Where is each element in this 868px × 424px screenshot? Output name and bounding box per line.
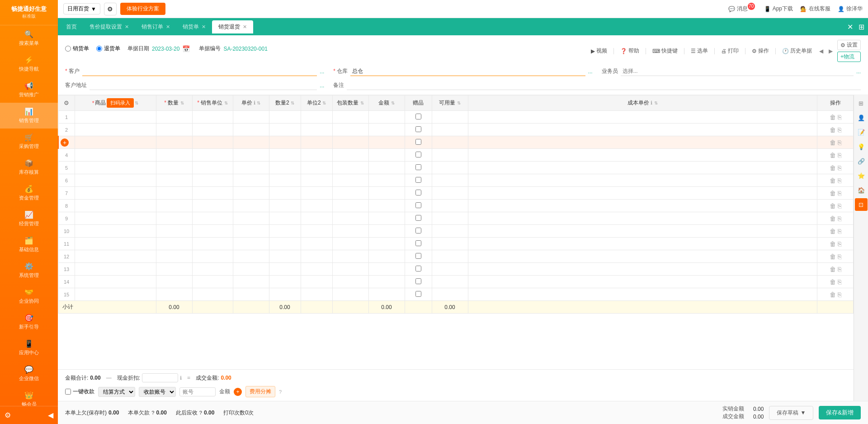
product-cell[interactable] <box>75 111 156 124</box>
gift-cell[interactable] <box>405 124 432 136</box>
qty-cell[interactable] <box>156 111 192 124</box>
address-select-btn[interactable]: ... <box>320 82 324 89</box>
gift-checkbox[interactable] <box>415 291 421 297</box>
qty-cell-active[interactable] <box>156 136 192 149</box>
rs-btn-4[interactable]: 💡 <box>855 140 868 153</box>
sidebar-settings-btn[interactable]: ⚙ <box>5 411 11 419</box>
delete-row-btn[interactable]: 🗑 <box>830 266 836 273</box>
tab-close-icon[interactable]: ✕ <box>125 24 129 30</box>
qty2-cell[interactable] <box>269 111 301 124</box>
sort-icon[interactable]: ⇅ <box>391 100 395 105</box>
warehouse-select-btn[interactable]: ... <box>588 68 593 75</box>
rs-btn-5[interactable]: 🔗 <box>855 155 868 167</box>
next-btn[interactable]: ▶ <box>828 47 834 55</box>
gift-checkbox[interactable] <box>415 177 421 183</box>
price-info-icon[interactable]: ℹ <box>254 100 255 105</box>
message-btn[interactable]: 💬 消息 70 <box>728 5 757 13</box>
tab-sales-invoice[interactable]: 销货单 ✕ <box>176 20 212 33</box>
copy-row-btn[interactable]: ⎘ <box>838 215 841 222</box>
delete-row-btn[interactable]: 🗑 <box>830 190 836 197</box>
scan-button[interactable]: 扫码录入 <box>107 98 134 108</box>
delete-row-btn[interactable]: 🗑 <box>830 240 836 248</box>
sidebar-item-apps[interactable]: 📱 应用中心 <box>0 335 58 361</box>
gift-checkbox[interactable] <box>415 139 421 145</box>
sidebar-item-marketing[interactable]: 📢 营销推广 <box>0 77 58 103</box>
nav-selector[interactable]: 日用百货 ▼ <box>63 3 100 14</box>
copy-row-btn[interactable]: ⎘ <box>838 152 841 159</box>
radio-input-return[interactable] <box>96 46 102 52</box>
prev-btn[interactable]: ◀ <box>818 47 824 55</box>
copy-row-btn[interactable]: ⎘ <box>838 126 841 133</box>
expense-split-btn[interactable]: 费用分摊 <box>245 386 275 397</box>
gift-checkbox[interactable] <box>415 253 421 259</box>
copy-row-btn[interactable]: ⎘ <box>838 228 841 235</box>
account-number-input[interactable] <box>179 387 216 396</box>
copy-row-btn[interactable]: ⎘ <box>838 139 841 146</box>
rs-btn-1[interactable]: ⊞ <box>855 97 868 110</box>
delete-row-btn[interactable]: 🗑 <box>830 215 836 222</box>
online-support-btn[interactable]: 💁 在线客服 <box>800 5 830 13</box>
notes-input[interactable] <box>347 81 861 90</box>
delete-row-btn[interactable]: 🗑 <box>830 253 836 260</box>
discount-info-icon[interactable]: ℹ <box>180 375 182 381</box>
logistics-btn[interactable]: +物流 <box>837 52 861 62</box>
settings-btn[interactable]: ⚙ 设置 <box>837 40 861 50</box>
sidebar-item-system[interactable]: ⚙️ 系统管理 <box>0 257 58 283</box>
user-menu-btn[interactable]: 👤 徐泽华 <box>838 5 863 13</box>
table-settings-icon[interactable]: ⚙ <box>64 100 69 106</box>
sort-icon[interactable]: ⇅ <box>257 100 260 105</box>
sidebar-item-newbie[interactable]: 🎯 新手引导 <box>0 309 58 335</box>
customer-select-btn[interactable]: ... <box>320 68 324 75</box>
available-cell[interactable] <box>432 111 468 124</box>
rs-btn-6[interactable]: ⭐ <box>855 169 868 182</box>
product-input[interactable] <box>77 139 154 146</box>
cost-cell-active[interactable] <box>468 136 817 149</box>
gift-checkbox[interactable] <box>415 240 421 246</box>
unit2-cell[interactable] <box>301 111 332 124</box>
rs-btn-7[interactable]: 🏠 <box>855 184 868 196</box>
sidebar-item-inventory[interactable]: 📦 库存核算 <box>0 154 58 180</box>
unit-cell[interactable] <box>192 124 233 136</box>
unit2-cell[interactable] <box>301 124 332 136</box>
tab-close-icon[interactable]: ✕ <box>166 24 170 30</box>
copy-row-btn[interactable]: ⎘ <box>838 291 841 298</box>
copy-row-btn[interactable]: ⎘ <box>838 190 841 197</box>
tab-menu-icon[interactable]: ⊞ <box>857 22 866 32</box>
onepay-input[interactable] <box>65 389 71 395</box>
tab-close-icon[interactable]: ✕ <box>202 24 206 30</box>
sort-icon[interactable]: ⇅ <box>322 100 326 105</box>
amount-cell-active[interactable] <box>368 136 405 149</box>
copy-row-btn[interactable]: ⎘ <box>838 177 841 184</box>
radio-sales-invoice[interactable]: 销货单 <box>65 45 89 52</box>
tab-sales-return[interactable]: 销货退货 ✕ <box>212 20 253 33</box>
sidebar-item-sales[interactable]: 📊 销售管理 <box>0 103 58 129</box>
save-draft-button[interactable]: 保存草稿 ▼ <box>769 406 813 420</box>
delete-row-btn[interactable]: 🗑 <box>830 152 836 159</box>
gift-checkbox[interactable] <box>415 228 421 233</box>
staff-select-btn[interactable]: ... <box>856 68 861 75</box>
receivable-info-icon[interactable]: ? <box>199 410 202 415</box>
qty-cell[interactable] <box>156 124 192 136</box>
gift-cell[interactable] <box>405 111 432 124</box>
add-payment-btn[interactable]: + <box>234 388 242 396</box>
price-cell-active[interactable] <box>233 136 269 149</box>
radio-return[interactable]: 退货单 <box>96 45 120 52</box>
copy-row-btn[interactable]: ⎘ <box>838 240 841 248</box>
price-cell[interactable] <box>233 124 269 136</box>
select-link[interactable]: ☰ 选单 <box>688 46 711 56</box>
copy-row-btn[interactable]: ⎘ <box>838 278 841 286</box>
available-cell-active[interactable] <box>432 136 468 149</box>
sidebar-item-basic[interactable]: 🗂️ 基础信息 <box>0 232 58 257</box>
tab-sales-order[interactable]: 销售订单 ✕ <box>135 20 176 33</box>
sidebar-item-finance[interactable]: 💰 资金管理 <box>0 180 58 206</box>
gift-cell-active[interactable] <box>405 136 432 149</box>
experience-button[interactable]: 体验行业方案 <box>120 3 165 15</box>
gift-checkbox[interactable] <box>415 202 421 208</box>
copy-row-btn[interactable]: ⎘ <box>838 164 841 172</box>
tab-home[interactable]: 首页 <box>60 20 83 33</box>
discount-input[interactable] <box>142 373 178 382</box>
sidebar-item-weixin[interactable]: 💬 企业微信 <box>0 361 58 386</box>
history-link[interactable]: 🕐 历史单据 <box>779 46 815 56</box>
price-cell[interactable] <box>233 111 269 124</box>
tab-price-settings[interactable]: 售价提取设置 ✕ <box>83 20 135 33</box>
